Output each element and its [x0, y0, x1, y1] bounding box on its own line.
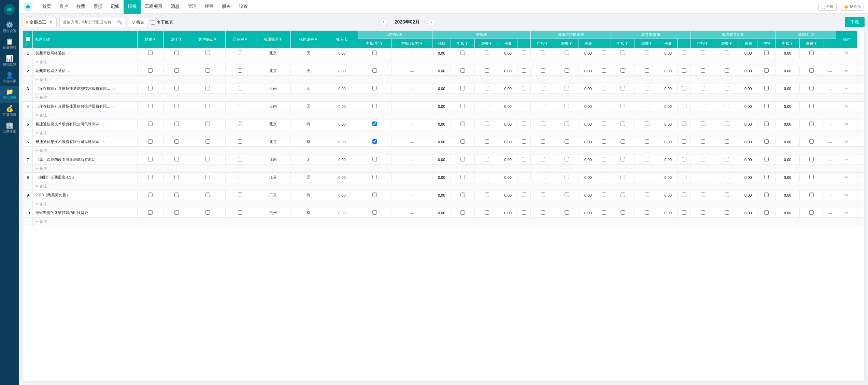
- difang-shenbao-checkbox[interactable]: [701, 210, 705, 215]
- prev-date-button[interactable]: ‹: [379, 18, 387, 26]
- jiaoyu-shenbao-checkbox[interactable]: [621, 157, 625, 161]
- chengshi-ext-checkbox[interactable]: [602, 139, 606, 144]
- member-button[interactable]: 👑 畅会员: [841, 3, 864, 11]
- zenghui-shenbao-checkbox[interactable]: [460, 86, 465, 90]
- chaoshui-checkbox[interactable]: [148, 51, 153, 55]
- nav-item-settings[interactable]: 设置: [235, 0, 252, 14]
- confirm-checkbox[interactable]: [205, 68, 210, 73]
- zenghui-shenbao-checkbox[interactable]: [460, 157, 465, 161]
- nav-item-message[interactable]: 消息: [167, 0, 184, 14]
- zenghui-jiaofei-checkbox[interactable]: [485, 104, 489, 108]
- difang-shenbao-checkbox[interactable]: [701, 122, 705, 126]
- complete-checkbox[interactable]: [238, 192, 242, 197]
- jiaoyu-ext-checkbox[interactable]: [682, 210, 686, 215]
- caibao-year-checkbox[interactable]: [372, 51, 377, 55]
- zenghui-jiaofei-checkbox[interactable]: [485, 192, 489, 197]
- difang-shenbao-checkbox[interactable]: [701, 139, 705, 144]
- zenghui-jiaofei-checkbox[interactable]: [485, 157, 489, 161]
- zenghui-shenbao-checkbox[interactable]: [460, 68, 465, 73]
- difang-ext-checkbox[interactable]: [764, 139, 769, 144]
- qingka-checkbox[interactable]: [174, 51, 179, 55]
- yinhua-jiaofei-checkbox[interactable]: [809, 175, 814, 179]
- jiaoyu-ext-checkbox[interactable]: [682, 68, 686, 73]
- zenghui-ext-checkbox[interactable]: [522, 86, 526, 90]
- chaoshui-checkbox[interactable]: [148, 122, 153, 126]
- jiaoyu-shenbao-checkbox[interactable]: [621, 86, 625, 90]
- qingka-checkbox[interactable]: [174, 104, 179, 108]
- zenghui-shenbao-checkbox[interactable]: [460, 192, 465, 197]
- edit-icon[interactable]: ✏: [845, 175, 849, 180]
- chengshi-jiaofei-checkbox[interactable]: [565, 210, 569, 215]
- caibao-year-checkbox[interactable]: [372, 157, 377, 161]
- complete-checkbox[interactable]: [238, 139, 242, 144]
- filter-button[interactable]: ▽ 筛选: [128, 17, 148, 27]
- zenghui-ext-checkbox[interactable]: [522, 68, 526, 73]
- complete-checkbox[interactable]: [238, 175, 242, 179]
- name-list-label[interactable]: 名下账表: [151, 19, 173, 25]
- jiaoyu-ext-checkbox[interactable]: [682, 104, 686, 108]
- chengshi-jiaofei-checkbox[interactable]: [565, 192, 569, 197]
- chengshi-shenbao-checkbox[interactable]: [541, 192, 545, 197]
- caibao-year-checkbox[interactable]: [372, 139, 377, 144]
- chengshi-shenbao-checkbox[interactable]: [541, 210, 545, 215]
- chengshi-jiaofei-checkbox[interactable]: [565, 68, 569, 73]
- chaoshui-checkbox[interactable]: [148, 210, 153, 215]
- chengshi-ext-checkbox[interactable]: [602, 104, 606, 108]
- caibao-year-checkbox[interactable]: [372, 122, 377, 126]
- difang-jiaofei-checkbox[interactable]: [725, 175, 729, 179]
- qingka-checkbox[interactable]: [174, 86, 179, 90]
- yinhua-jiaofei-checkbox[interactable]: [809, 192, 814, 197]
- yinhua-jiaofei-checkbox[interactable]: [809, 122, 814, 126]
- yinhua-jiaofei-checkbox[interactable]: [809, 86, 814, 90]
- difang-jiaofei-checkbox[interactable]: [725, 139, 729, 144]
- edit-icon[interactable]: ✏: [845, 157, 849, 162]
- zenghui-shenbao-checkbox[interactable]: [460, 175, 465, 179]
- zenghui-jiaofei-checkbox[interactable]: [485, 86, 489, 90]
- edit-icon[interactable]: ✏: [845, 68, 849, 73]
- difang-ext-checkbox[interactable]: [764, 192, 769, 197]
- jiaoyu-ext-checkbox[interactable]: [682, 86, 686, 90]
- confirm-checkbox[interactable]: [205, 51, 210, 55]
- zenghui-shenbao-checkbox[interactable]: [460, 210, 465, 215]
- difang-ext-checkbox[interactable]: [764, 86, 769, 90]
- caibao-year-checkbox[interactable]: [372, 104, 377, 108]
- confirm-checkbox[interactable]: [205, 104, 210, 108]
- nav-item-service[interactable]: 服务: [218, 0, 235, 14]
- chengshi-ext-checkbox[interactable]: [602, 157, 606, 161]
- yinhua-jiaofei-checkbox[interactable]: [809, 68, 814, 73]
- difang-ext-checkbox[interactable]: [764, 104, 769, 108]
- jiaoyu-jiaofei-checkbox[interactable]: [645, 122, 649, 126]
- chaoshui-checkbox[interactable]: [148, 175, 153, 179]
- fullscreen-button[interactable]: ⛶ 全屏: [818, 3, 837, 11]
- difang-jiaofei-checkbox[interactable]: [725, 86, 729, 90]
- confirm-checkbox[interactable]: [205, 210, 210, 215]
- qingka-checkbox[interactable]: [174, 68, 179, 73]
- caibao-year-checkbox[interactable]: [372, 192, 377, 197]
- yinhua-jiaofei-checkbox[interactable]: [809, 104, 814, 108]
- nav-item-fee[interactable]: 收费: [72, 0, 89, 14]
- jiaoyu-shenbao-checkbox[interactable]: [621, 210, 625, 215]
- chengshi-ext-checkbox[interactable]: [602, 68, 606, 73]
- jiaoyu-jiaofei-checkbox[interactable]: [645, 51, 649, 55]
- zenghui-shenbao-checkbox[interactable]: [460, 51, 465, 55]
- jiaoyu-jiaofei-checkbox[interactable]: [645, 175, 649, 179]
- select-all-checkbox[interactable]: [26, 37, 30, 41]
- difang-shenbao-checkbox[interactable]: [701, 157, 705, 161]
- chengshi-jiaofei-checkbox[interactable]: [565, 122, 569, 126]
- edit-icon[interactable]: ✏: [845, 86, 849, 91]
- edit-icon[interactable]: ✏: [845, 122, 849, 127]
- zenghui-ext-checkbox[interactable]: [522, 157, 526, 161]
- jiaoyu-shenbao-checkbox[interactable]: [621, 68, 625, 73]
- chengshi-shenbao-checkbox[interactable]: [541, 68, 545, 73]
- jiaoyu-jiaofei-checkbox[interactable]: [645, 157, 649, 161]
- difang-ext-checkbox[interactable]: [764, 68, 769, 73]
- qingka-checkbox[interactable]: [174, 210, 179, 215]
- jiaoyu-jiaofei-checkbox[interactable]: [645, 192, 649, 197]
- chengshi-ext-checkbox[interactable]: [602, 51, 606, 55]
- chengshi-jiaofei-checkbox[interactable]: [565, 51, 569, 55]
- sidebar-item-gongshangnianbao[interactable]: 🏢 工商年报: [0, 119, 19, 136]
- difang-shenbao-checkbox[interactable]: [701, 192, 705, 197]
- chaoshui-checkbox[interactable]: [148, 104, 153, 108]
- chengshi-shenbao-checkbox[interactable]: [541, 104, 545, 108]
- confirm-checkbox[interactable]: [205, 192, 210, 197]
